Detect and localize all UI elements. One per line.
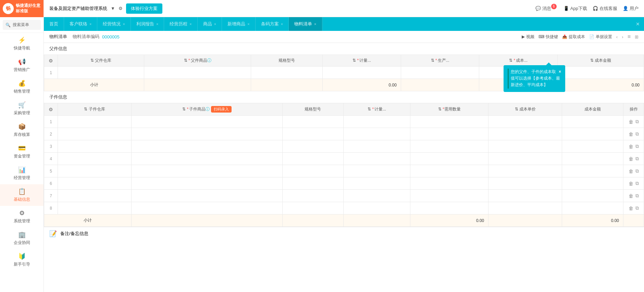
parent-product-cell[interactable]	[144, 67, 251, 79]
delete-icon[interactable]: 🗑	[629, 144, 633, 149]
slip-settings-action[interactable]: 📄 单据设置	[589, 34, 612, 40]
child-unit-cell[interactable]	[344, 190, 410, 202]
child-warehouse-cell[interactable]	[58, 165, 132, 177]
child-spec-cell[interactable]	[282, 128, 344, 140]
copy-icon[interactable]: ⧉	[635, 168, 639, 174]
child-unit-cost-cell[interactable]	[488, 190, 562, 202]
breadcrumb-current[interactable]: 物料清单	[49, 34, 67, 40]
parent-warehouse-cell[interactable]	[58, 67, 144, 79]
child-warehouse-cell[interactable]	[58, 128, 132, 140]
expand-button[interactable]: ⊞	[635, 34, 639, 39]
nav-tab-商品[interactable]: 商品 ×	[198, 17, 222, 31]
child-unit-cell[interactable]	[344, 165, 410, 177]
child-product-cell[interactable]	[132, 128, 282, 140]
child-spec-cell[interactable]	[282, 190, 344, 202]
tab-close-icon[interactable]: ×	[156, 22, 158, 26]
child-unit-cost-cell[interactable]	[488, 116, 562, 128]
child-quantity-cell[interactable]	[410, 177, 488, 190]
nav-tab-利润报告[interactable]: 利润报告 ×	[131, 17, 164, 31]
system-dropdown-button[interactable]: ▼	[111, 6, 115, 11]
sidebar-item-inventory[interactable]: 📦库存核算	[0, 119, 44, 141]
child-quantity-cell[interactable]	[410, 202, 488, 214]
child-spec-cell[interactable]	[282, 202, 344, 214]
child-spec-cell[interactable]	[282, 140, 344, 153]
child-spec-cell[interactable]	[282, 165, 344, 177]
child-product-cell[interactable]	[132, 116, 282, 128]
parent-unit-cell[interactable]	[323, 67, 401, 79]
child-warehouse-cell[interactable]	[58, 116, 132, 128]
tab-close-icon[interactable]: ×	[89, 22, 91, 26]
sidebar-item-sales[interactable]: 💰销售管理	[0, 76, 44, 98]
child-product-cell[interactable]	[132, 153, 282, 165]
child-unit-cost-cell[interactable]	[488, 153, 562, 165]
child-unit-cost-cell[interactable]	[488, 165, 562, 177]
copy-icon[interactable]: ⧉	[635, 143, 639, 149]
nav-tab-首页[interactable]: 首页	[44, 17, 64, 31]
parent-production-cell[interactable]	[401, 67, 479, 79]
copy-icon[interactable]: ⧉	[635, 180, 639, 186]
child-spec-cell[interactable]	[282, 177, 344, 190]
copy-icon[interactable]: ⧉	[635, 119, 639, 125]
message-button[interactable]: 💬 消息 6	[535, 5, 558, 12]
sidebar-item-system[interactable]: ⚙系统管理	[0, 206, 44, 227]
child-unit-cost-cell[interactable]	[488, 177, 562, 190]
child-quantity-cell[interactable]	[410, 153, 488, 165]
tab-close-icon[interactable]: ×	[189, 22, 191, 26]
child-quantity-cell[interactable]	[410, 128, 488, 140]
sidebar-item-finance[interactable]: 💳资金管理	[0, 141, 44, 163]
delete-icon[interactable]: 🗑	[629, 156, 633, 162]
child-unit-cost-cell[interactable]	[488, 140, 562, 153]
sidebar-item-guide[interactable]: 🔰新手引导	[0, 249, 44, 271]
child-quantity-cell[interactable]	[410, 190, 488, 202]
info-icon[interactable]: ⓘ	[207, 58, 211, 63]
video-action[interactable]: ▶ 视频	[522, 34, 534, 40]
child-unit-cell[interactable]	[344, 153, 410, 165]
child-warehouse-cell[interactable]	[58, 153, 132, 165]
gear-icon[interactable]: ⚙	[49, 107, 53, 112]
app-download-button[interactable]: 📱 App下载	[564, 5, 587, 12]
scan-input-button[interactable]: 扫码录入	[211, 106, 232, 113]
delete-icon[interactable]: 🗑	[629, 168, 633, 174]
shortcut-action[interactable]: ⌨ 快捷键	[538, 34, 558, 40]
tab-close-icon[interactable]: ×	[123, 22, 125, 26]
child-product-cell[interactable]	[132, 140, 282, 153]
child-quantity-cell[interactable]	[410, 165, 488, 177]
child-spec-cell[interactable]	[282, 116, 344, 128]
nav-close-button[interactable]: ✕	[632, 21, 644, 27]
sidebar-item-operation[interactable]: 📊经营管理	[0, 163, 44, 184]
menu-button[interactable]: ≡	[628, 34, 631, 40]
tooltip-close-button[interactable]: ×	[559, 69, 561, 75]
child-quantity-cell[interactable]	[410, 116, 488, 128]
sidebar-item-purchase[interactable]: 🛒采购管理	[0, 98, 44, 119]
nav-tab-经营情况[interactable]: 经营情况 ×	[97, 17, 131, 31]
nav-tab-物料清单[interactable]: 物料清单 ×	[289, 17, 322, 31]
sidebar-item-quick-nav[interactable]: ⚡快捷导航	[0, 33, 44, 55]
child-product-cell[interactable]	[132, 190, 282, 202]
copy-icon[interactable]: ⧉	[635, 131, 639, 137]
sidebar-item-enterprise[interactable]: 🏢企业协同	[0, 227, 44, 249]
child-unit-cell[interactable]	[344, 177, 410, 190]
copy-icon[interactable]: ⧉	[635, 205, 639, 211]
sidebar-item-basic-info[interactable]: 📋基础信息	[0, 184, 44, 206]
nav-tab-新增商品[interactable]: 新增商品 ×	[222, 17, 255, 31]
nav-tab-经营历程[interactable]: 经营历程 ×	[164, 17, 197, 31]
trial-button[interactable]: 体验行业方案	[126, 3, 162, 14]
delete-icon[interactable]: 🗑	[629, 131, 633, 137]
child-warehouse-cell[interactable]	[58, 140, 132, 153]
child-unit-cell[interactable]	[344, 128, 410, 140]
nav-tab-客户联络[interactable]: 客户联络 ×	[64, 17, 97, 31]
child-unit-cell[interactable]	[344, 140, 410, 153]
child-unit-cell[interactable]	[344, 202, 410, 214]
delete-icon[interactable]: 🗑	[629, 193, 633, 199]
child-product-cell[interactable]	[132, 202, 282, 214]
tab-close-icon[interactable]: ×	[247, 22, 249, 26]
gear-icon[interactable]: ⚙	[49, 58, 53, 63]
prev-button[interactable]: ‹	[616, 34, 618, 39]
copy-icon[interactable]: ⧉	[635, 156, 639, 162]
child-unit-cell[interactable]	[344, 116, 410, 128]
tab-close-icon[interactable]: ×	[314, 22, 316, 26]
tab-close-icon[interactable]: ×	[214, 22, 216, 26]
copy-icon[interactable]: ⧉	[635, 193, 639, 199]
child-unit-cost-cell[interactable]	[488, 128, 562, 140]
child-warehouse-cell[interactable]	[58, 177, 132, 190]
